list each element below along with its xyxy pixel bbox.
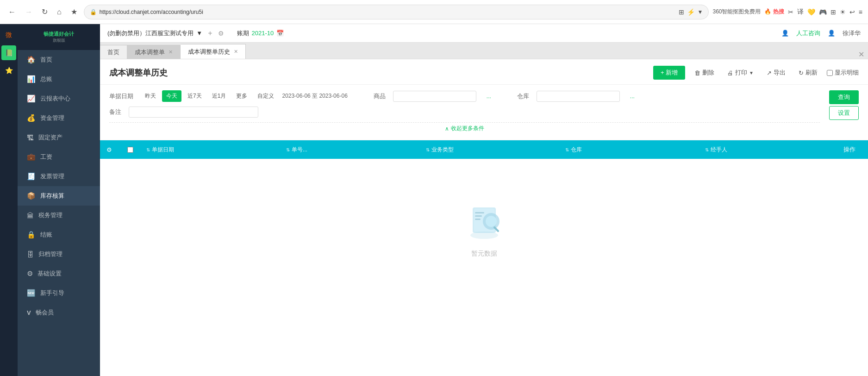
header-add-btn[interactable]: + bbox=[208, 29, 212, 38]
sidebar-item-archive[interactable]: 🗄 归档管理 bbox=[18, 244, 100, 264]
quick-icon-app[interactable]: 📗 bbox=[1, 45, 16, 60]
sidebar-item-invoice-label: 发票管理 bbox=[40, 172, 64, 181]
period-calendar-icon[interactable]: 📅 bbox=[276, 30, 284, 37]
sidebar-item-close-label: 结账 bbox=[40, 231, 52, 239]
forward-btn[interactable]: → bbox=[22, 6, 35, 18]
tab-home-label: 首页 bbox=[107, 48, 119, 56]
remark-input[interactable] bbox=[129, 107, 258, 118]
date-btn-last-month[interactable]: 近1月 bbox=[208, 90, 231, 102]
print-btn[interactable]: 🖨 打印 ▼ bbox=[724, 67, 757, 79]
browser-chevron-icon[interactable]: ▼ bbox=[698, 9, 703, 15]
th-warehouse[interactable]: ⇅ 仓库 bbox=[561, 146, 700, 154]
date-btn-last7[interactable]: 近7天 bbox=[183, 90, 206, 102]
tab-cost-adjust[interactable]: 成本调整单 ✕ bbox=[127, 45, 181, 59]
table-settings-col[interactable]: ⚙ bbox=[100, 146, 119, 153]
menu-icon[interactable]: ≡ bbox=[859, 8, 862, 16]
sidebar-logo: 畅捷通好会计 旗舰版 bbox=[18, 24, 100, 50]
add-btn[interactable]: + 新增 bbox=[653, 66, 685, 80]
sidebar-item-member[interactable]: V 畅会员 bbox=[18, 303, 100, 322]
th-handler[interactable]: ⇅ 经手人 bbox=[700, 146, 840, 154]
goods-more-btn[interactable]: ... bbox=[487, 93, 491, 100]
period-value: 2021-10 bbox=[252, 30, 274, 37]
tab-cost-adjust-close[interactable]: ✕ bbox=[169, 49, 173, 55]
query-btn[interactable]: 查询 bbox=[829, 90, 859, 104]
apps-icon[interactable]: ⊞ bbox=[831, 8, 836, 16]
sidebar-item-payroll-label: 工资 bbox=[40, 153, 52, 161]
export-icon: ↗ bbox=[767, 69, 772, 76]
back-btn[interactable]: ← bbox=[6, 6, 19, 18]
display-cols-toggle[interactable]: 显示明细 bbox=[827, 69, 859, 77]
display-cols-checkbox[interactable] bbox=[827, 70, 833, 76]
company-dropdown-icon[interactable]: ▼ bbox=[196, 30, 202, 37]
browser-lightning-icon[interactable]: ⚡ bbox=[687, 8, 695, 16]
table-select-all-col[interactable] bbox=[119, 147, 142, 153]
th-biz-type[interactable]: ⇅ 业务类型 bbox=[421, 146, 561, 154]
archive-icon: 🗄 bbox=[27, 251, 34, 258]
sidebar-item-close[interactable]: 🔒 结账 bbox=[18, 225, 100, 244]
browser-grid-icon[interactable]: ⊞ bbox=[679, 8, 684, 16]
delete-btn[interactable]: 🗑 删除 bbox=[691, 67, 718, 79]
date-btn-custom[interactable]: 自定义 bbox=[253, 90, 278, 102]
sidebar-item-ledger[interactable]: 📊 总账 bbox=[18, 69, 100, 89]
settings-btn-label: 设置 bbox=[838, 109, 850, 116]
table-settings-icon[interactable]: ⚙ bbox=[106, 146, 112, 153]
game-icon[interactable]: 🎮 bbox=[819, 8, 827, 16]
logo-top-text: 畅捷通好会计 bbox=[44, 31, 74, 38]
print-dropdown-icon[interactable]: ▼ bbox=[749, 70, 754, 75]
filter-row-2: 备注 bbox=[109, 107, 820, 118]
undo-icon[interactable]: ↩ bbox=[849, 8, 855, 16]
date-btn-more[interactable]: 更多 bbox=[232, 90, 251, 102]
goods-input[interactable] bbox=[393, 91, 476, 102]
translate-icon[interactable]: 译 bbox=[797, 8, 804, 16]
warehouse-input[interactable] bbox=[537, 91, 620, 102]
tab-cost-adjust-history-close[interactable]: ✕ bbox=[234, 49, 238, 55]
sidebar-item-reports[interactable]: 📈 云报表中心 bbox=[18, 89, 100, 108]
filter-row-1: 单据日期 昨天 今天 近7天 近1月 更多 自定义 2023-06-06 至 2… bbox=[109, 90, 820, 102]
scissors-icon[interactable]: ✂ bbox=[788, 8, 793, 16]
header-settings-icon[interactable]: ⚙ bbox=[218, 30, 224, 37]
sidebar-item-invoice[interactable]: 🧾 发票管理 bbox=[18, 167, 100, 186]
sidebar-item-funds-label: 资金管理 bbox=[40, 114, 64, 122]
delete-icon: 🗑 bbox=[694, 69, 700, 76]
settings-btn[interactable]: 设置 bbox=[829, 106, 859, 120]
th-date[interactable]: ⇅ 单据日期 bbox=[142, 146, 281, 154]
select-all-checkbox[interactable] bbox=[127, 147, 133, 153]
sidebar-item-payroll[interactable]: 💼 工资 bbox=[18, 147, 100, 167]
refresh-browser-btn[interactable]: ↻ bbox=[39, 6, 50, 18]
company-selector[interactable]: (勿删勿禁用）江西服宝测试专用 ▼ bbox=[107, 29, 202, 38]
collapse-btn[interactable]: ∧ 收起更多条件 bbox=[109, 122, 820, 134]
refresh-btn[interactable]: ↻ 刷新 bbox=[795, 67, 821, 79]
home-browser-btn[interactable]: ⌂ bbox=[54, 6, 64, 18]
sidebar-item-home[interactable]: 🏠 首页 bbox=[18, 50, 100, 69]
svg-rect-8 bbox=[475, 219, 481, 220]
username[interactable]: 徐泽华 bbox=[843, 29, 861, 38]
sidebar-item-inventory[interactable]: 📦 库存核算 bbox=[18, 186, 100, 206]
sidebar-item-settings[interactable]: ⚙ 基础设置 bbox=[18, 264, 100, 283]
date-btn-today[interactable]: 今天 bbox=[162, 90, 181, 102]
brightness-icon[interactable]: ☀ bbox=[840, 8, 846, 16]
user-service-label[interactable]: 人工咨询 bbox=[796, 29, 820, 38]
sidebar-item-tax[interactable]: 🏛 税务管理 bbox=[18, 206, 100, 225]
tab-home[interactable]: 首页 bbox=[100, 45, 127, 59]
tab-cost-adjust-history[interactable]: 成本调整单历史 ✕ bbox=[181, 44, 246, 59]
star-btn[interactable]: ★ bbox=[68, 6, 80, 18]
sidebar-item-assets[interactable]: 🏗 固定资产 bbox=[18, 128, 100, 147]
sidebar-item-funds[interactable]: 💰 资金管理 bbox=[18, 108, 100, 128]
date-btn-yesterday[interactable]: 昨天 bbox=[141, 90, 160, 102]
export-btn[interactable]: ↗ 导出 bbox=[763, 67, 789, 79]
th-number[interactable]: ⇅ 单号... bbox=[281, 146, 421, 154]
browser-tools: 360智能抠图免费用 🔥 热搜 ✂ 译 💛 🎮 ⊞ ☀ ↩ ≡ bbox=[712, 8, 862, 16]
period-selector[interactable]: 账期 2021-10 📅 bbox=[237, 29, 284, 38]
header-right: 👤 人工咨询 👤 徐泽华 bbox=[781, 29, 861, 38]
address-bar[interactable]: 🔒 https://cloud.chanjet.com/accounting/u… bbox=[84, 5, 709, 19]
close-all-tabs-btn[interactable]: ✕ bbox=[858, 50, 864, 59]
th-operations: 操作 bbox=[840, 145, 868, 154]
th-handler-label: 经手人 bbox=[711, 146, 727, 154]
print-label: 打印 bbox=[735, 69, 747, 77]
ledger-icon: 📊 bbox=[27, 75, 36, 83]
quick-icon-star[interactable]: ⭐ bbox=[1, 63, 16, 78]
sidebar-item-guide[interactable]: 🆕 新手引导 bbox=[18, 283, 100, 303]
quick-icon-weibo[interactable]: 微 bbox=[1, 28, 16, 43]
warehouse-more-btn[interactable]: ... bbox=[630, 93, 635, 100]
wallet-icon[interactable]: 💛 bbox=[807, 8, 815, 16]
